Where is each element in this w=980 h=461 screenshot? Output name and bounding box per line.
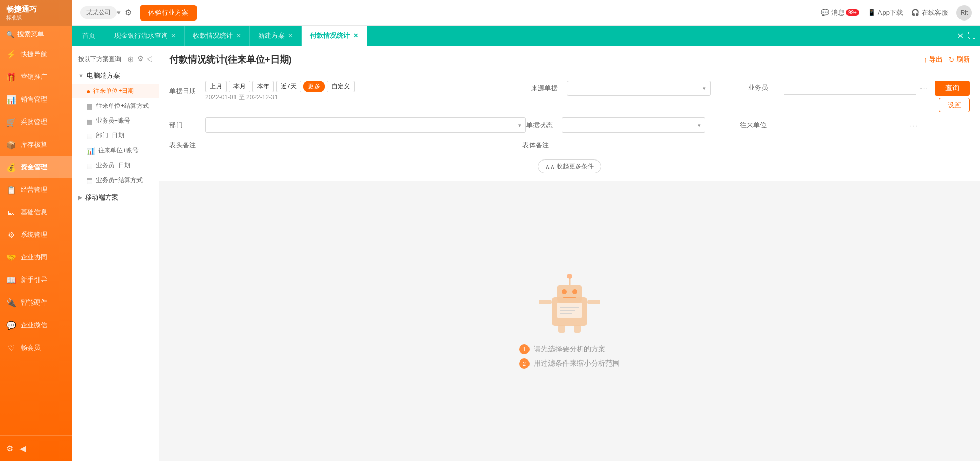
app-label: App下载 (878, 8, 903, 17)
sidebar-item-guide[interactable]: 📖 新手引导 (0, 269, 72, 291)
svg-rect-9 (558, 325, 565, 333)
solution-item-counterpart-account[interactable]: 📊 往来单位+账号 (72, 143, 159, 158)
avatar[interactable]: Rit (956, 5, 972, 21)
dropdown-arrow-icon[interactable]: ▾ (117, 9, 121, 16)
sidebar-item-enterprise[interactable]: 🤝 企业协同 (0, 246, 72, 269)
sidebar-item-weapp[interactable]: 💬 企业微信 (0, 314, 72, 336)
date-btn-this-year[interactable]: 本年 (252, 81, 274, 92)
solution-group-mobile-header[interactable]: ▶ 移动端方案 (72, 190, 159, 205)
filter-actions: 查询 设置 (935, 81, 970, 112)
enterprise-icon: 🤝 (6, 252, 16, 263)
collapse-button[interactable]: ∧∧ 收起更多条件 (538, 159, 601, 173)
tab-receipts[interactable]: 收款情况统计 ✕ (185, 26, 250, 46)
tab-newplan-close-icon[interactable]: ✕ (288, 32, 293, 39)
solution-item-salesperson-account[interactable]: ▤ 业务员+账号 (72, 113, 159, 128)
solution-chart-icon: ▤ (86, 162, 93, 170)
tab-cashflow-close-icon[interactable]: ✕ (171, 32, 176, 39)
sidebar-search[interactable]: 🔍 搜索菜单 (0, 26, 72, 43)
tab-cashflow[interactable]: 现金银行流水查询 ✕ (106, 26, 185, 46)
solution-collapse-icon[interactable]: ◁ (147, 54, 152, 64)
date-btn-more[interactable]: 更多 (303, 81, 325, 92)
solution-item-dept-date[interactable]: ▤ 部门+日期 (72, 128, 159, 143)
expand-icon[interactable]: ⛶ (968, 31, 976, 41)
solution-group-pc-header[interactable]: ▼ 电脑端方案 (72, 68, 159, 84)
solution-item-salesperson-date[interactable]: ▤ 业务员+日期 (72, 158, 159, 173)
solution-settings-icon[interactable]: ⚙ (137, 54, 144, 64)
svg-rect-10 (574, 325, 581, 333)
sidebar-item-label: 智能硬件 (21, 298, 47, 307)
solution-item-counterpart-payment[interactable]: ▤ 往来单位+结算方式 (72, 98, 159, 113)
message-icon: 💬 (821, 9, 829, 16)
app-icon: 📱 (868, 9, 876, 16)
refresh-button[interactable]: ↻ 刷新 (949, 55, 970, 64)
sidebar-item-marketing[interactable]: 🎁 营销推广 (0, 66, 72, 88)
tab-payments-close-icon[interactable]: ✕ (353, 32, 358, 39)
query-button[interactable]: 查询 (935, 81, 970, 96)
hardware-icon: 🔌 (6, 297, 16, 308)
counterpart-input-area[interactable] (776, 118, 906, 132)
solution-item-salesperson-payment[interactable]: ▤ 业务员+结算方式 (72, 173, 159, 188)
tab-payments[interactable]: 付款情况统计 ✕ (302, 26, 367, 46)
source-select[interactable]: ▾ (567, 81, 711, 96)
filter-row-3: 表头备注 表体备注 (169, 138, 970, 152)
settings-button[interactable]: 设置 (939, 98, 970, 112)
export-button[interactable]: ↑ 导出 (924, 55, 943, 64)
footer-settings-icon[interactable]: ⚙ (6, 444, 13, 453)
voucher-status-select[interactable]: ▾ (562, 117, 705, 133)
sidebar-item-system[interactable]: ⚙ 系统管理 (0, 224, 72, 246)
user-pill[interactable]: 某某公司 (80, 6, 117, 19)
weapp-icon: 💬 (6, 320, 16, 330)
hint-text-2: 用过滤条件来缩小分析范围 (534, 359, 620, 368)
sidebar-item-inventory[interactable]: 📦 库存核算 (0, 133, 72, 156)
salesperson-input-area[interactable] (784, 81, 916, 95)
export-icon: ↑ (924, 56, 928, 64)
head-note-input[interactable] (205, 138, 514, 152)
collapse-chevron-icon: ∧∧ (545, 163, 555, 170)
sidebar-item-purchase[interactable]: 🛒 采购管理 (0, 111, 72, 133)
date-btn-custom[interactable]: 自定义 (327, 81, 355, 92)
messages-label: 消息 (831, 8, 845, 17)
trial-button[interactable]: 体验行业方案 (140, 5, 197, 21)
dept-select[interactable]: ▾ (205, 117, 526, 133)
app-download-button[interactable]: 📱 App下载 (868, 8, 903, 17)
date-buttons: 上月 本月 本年 近7天 更多 自定义 (205, 81, 355, 92)
filter-cell-counterpart: 往来单位 ··· (740, 118, 918, 132)
guide-icon: 📖 (6, 275, 16, 285)
solution-group-pc: ▼ 电脑端方案 ● 往来单位+日期 ▤ 往来单位+结算方式 ▤ 业务员+账号 ▤ (72, 68, 159, 188)
tab-home[interactable]: 首页 (72, 26, 106, 46)
svg-rect-8 (587, 300, 600, 304)
main-area: 某某公司 ▾ ⚙ 体验行业方案 💬 消息 99+ 📱 App下载 🎧 在线客服 … (72, 0, 980, 461)
tab-newplan[interactable]: 新建方案 ✕ (250, 26, 302, 46)
date-btn-7days[interactable]: 近7天 (276, 81, 301, 92)
sidebar-item-hardware[interactable]: 🔌 智能硬件 (0, 291, 72, 314)
messages-button[interactable]: 💬 消息 99+ (821, 8, 859, 17)
collapse-bar: ∧∧ 收起更多条件 (169, 155, 970, 173)
solution-item-label: 往来单位+日期 (93, 87, 134, 95)
solution-active-icon: ● (86, 87, 90, 95)
counterpart-dots-icon[interactable]: ··· (910, 122, 918, 129)
solution-bar-icon: 📊 (86, 147, 95, 155)
header-gear-icon[interactable]: ⚙ (125, 8, 132, 17)
tab-payments-label: 付款情况统计 (310, 31, 350, 41)
add-solution-icon[interactable]: ⊕ (127, 54, 134, 64)
solution-item-counterpart-date[interactable]: ● 往来单位+日期 (72, 84, 159, 98)
refresh-label: 刷新 (956, 55, 970, 64)
online-service-button[interactable]: 🎧 在线客服 (911, 8, 948, 17)
sidebar-item-operation[interactable]: 📋 经营管理 (0, 178, 72, 201)
sales-icon: 📊 (6, 94, 16, 105)
search-icon: 🔍 (6, 31, 14, 38)
sidebar-item-finance[interactable]: 💰 资金管理 (0, 156, 72, 178)
sidebar-item-basic[interactable]: 🗂 基础信息 (0, 201, 72, 224)
salesperson-dots-icon[interactable]: ··· (920, 84, 929, 92)
footer-collapse-icon[interactable]: ◀ (19, 444, 26, 453)
sidebar-item-sales[interactable]: 📊 销售管理 (0, 88, 72, 111)
date-btn-this-month[interactable]: 本月 (229, 81, 250, 92)
sidebar-item-vip[interactable]: ♡ 畅会员 (0, 336, 72, 359)
tab-receipts-close-icon[interactable]: ✕ (236, 32, 241, 39)
sidebar-item-quicknav[interactable]: ⚡ 快捷导航 (0, 43, 72, 66)
date-btn-last-month[interactable]: 上月 (205, 81, 227, 92)
body-note-input[interactable] (558, 138, 918, 152)
close-all-icon[interactable]: ✕ (957, 31, 964, 41)
salesperson-label: 业务员 (748, 83, 784, 92)
filter-cell-body-note: 表体备注 (522, 138, 918, 152)
